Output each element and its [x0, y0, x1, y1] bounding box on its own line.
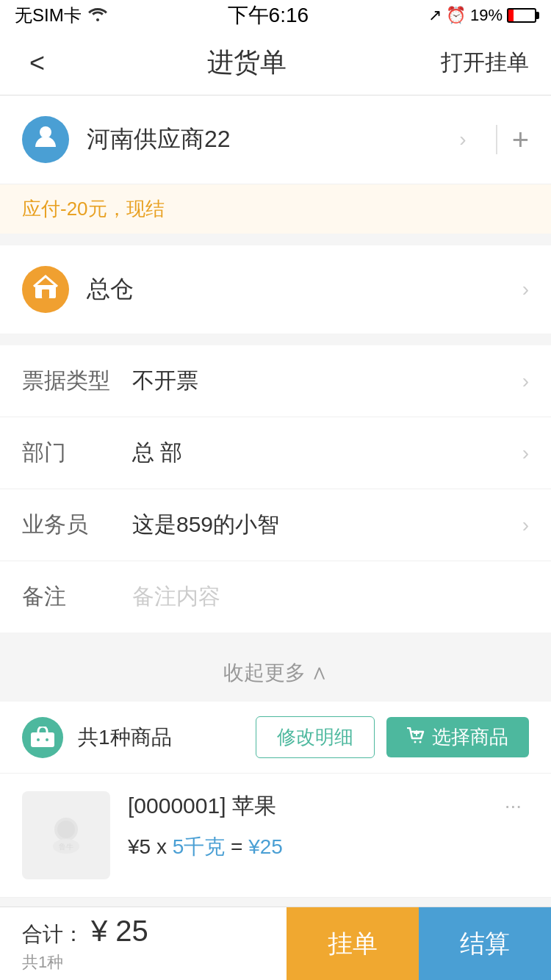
location-icon: ↗ — [428, 6, 442, 25]
dept-chevron-icon: › — [522, 442, 529, 465]
warehouse-icon-wrap — [22, 266, 69, 313]
remark-input[interactable]: 备注内容 — [118, 582, 529, 612]
dept-value: 总 部 — [118, 438, 522, 468]
warehouse-card[interactable]: 总仓 › — [0, 245, 551, 334]
invoice-label: 票据类型 — [22, 366, 118, 396]
product-count-icon — [22, 717, 63, 758]
svg-point-5 — [46, 738, 48, 741]
back-button[interactable]: < — [22, 40, 52, 86]
product-card: 共1种商品 修改明细 选择商品 鲁牛 [0000001] — [0, 702, 551, 898]
dept-row[interactable]: 部门 总 部 › — [0, 417, 551, 489]
select-product-label: 选择商品 — [432, 724, 508, 750]
svg-point-9 — [57, 821, 75, 838]
add-supplier-button[interactable]: + — [512, 123, 529, 156]
product-item: 鲁牛 [0000001] 苹果 ¥5 x 5千克 = ¥25 ··· — [0, 774, 551, 898]
svg-rect-2 — [42, 289, 49, 298]
price-separator: x — [156, 835, 173, 858]
notice-bar: 应付-20元，现结 — [0, 184, 551, 234]
product-info: [0000001] 苹果 ¥5 x 5千克 = ¥25 — [128, 791, 497, 861]
product-price: ¥5 x 5千克 = ¥25 — [128, 833, 497, 861]
open-hang-button[interactable]: 打开挂单 — [441, 48, 529, 78]
battery-percent: 19% — [470, 6, 503, 25]
invoice-value: 不开票 — [118, 366, 522, 396]
invoice-row[interactable]: 票据类型 不开票 › — [0, 345, 551, 417]
svg-rect-3 — [31, 732, 54, 747]
carrier-text: 无SIM卡 — [15, 4, 82, 27]
supplier-card: 河南供应商22 › + 应付-20元，现结 — [0, 96, 551, 234]
sales-row[interactable]: 业务员 这是859的小智 › — [0, 489, 551, 561]
product-thumbnail: 鲁牛 — [22, 791, 110, 879]
hang-button[interactable]: 挂单 — [287, 907, 419, 980]
status-carrier: 无SIM卡 — [15, 4, 108, 27]
battery-icon — [507, 8, 536, 23]
supplier-chevron-icon: › — [459, 128, 466, 151]
product-count-label: 共1种商品 — [78, 724, 256, 752]
warehouse-chevron-icon: › — [522, 278, 529, 301]
product-code: [0000001] — [128, 793, 226, 818]
total-row: 合计： ¥ 25 — [22, 915, 264, 948]
total-amount: ¥ 25 — [91, 915, 148, 948]
warehouse-row[interactable]: 总仓 › — [0, 245, 551, 334]
warehouse-name: 总仓 — [87, 273, 522, 306]
cart-icon — [407, 726, 426, 749]
person-icon — [32, 123, 59, 156]
checkout-button[interactable]: 结算 — [419, 907, 551, 980]
divider — [496, 125, 497, 154]
collapse-button[interactable]: 收起更多 ∧ — [0, 644, 551, 702]
total-label: 合计： — [22, 920, 84, 948]
page-title: 进货单 — [207, 45, 287, 81]
sales-chevron-icon: › — [522, 514, 529, 537]
quantity-value: 5千克 — [173, 835, 226, 858]
svg-point-6 — [414, 741, 417, 743]
price-value: ¥5 — [128, 835, 151, 858]
avatar — [22, 116, 69, 163]
product-title: 苹果 — [232, 793, 276, 818]
total-sub: 共1种 — [22, 951, 264, 973]
edit-detail-button[interactable]: 修改明细 — [256, 716, 375, 758]
remark-label: 备注 — [22, 582, 118, 612]
supplier-row[interactable]: 河南供应商22 › + — [0, 96, 551, 184]
svg-point-4 — [37, 738, 40, 741]
equals-sign: = — [231, 835, 248, 858]
sales-label: 业务员 — [22, 510, 118, 540]
sales-value: 这是859的小智 — [118, 510, 522, 540]
status-time: 下午6:16 — [228, 1, 309, 29]
status-bar: 无SIM卡 下午6:16 ↗ ⏰ 19% — [0, 0, 551, 31]
svg-text:鲁牛: 鲁牛 — [59, 843, 73, 851]
remark-row[interactable]: 备注 备注内容 — [0, 561, 551, 633]
bottom-bar: 合计： ¥ 25 共1种 挂单 结算 — [0, 907, 551, 980]
wifi-icon — [87, 5, 108, 26]
invoice-chevron-icon: › — [522, 370, 529, 393]
nav-bar: < 进货单 打开挂单 — [0, 31, 551, 96]
product-more-button[interactable]: ··· — [497, 791, 529, 821]
svg-point-7 — [419, 741, 422, 743]
main-content: 河南供应商22 › + 应付-20元，现结 总仓 › 票据类型 不开票 › 部门… — [0, 96, 551, 980]
warehouse-icon — [32, 273, 59, 306]
form-card: 票据类型 不开票 › 部门 总 部 › 业务员 这是859的小智 › 备注 备注… — [0, 345, 551, 633]
status-indicators: ↗ ⏰ 19% — [428, 6, 536, 25]
dept-label: 部门 — [22, 438, 118, 468]
product-header: 共1种商品 修改明细 选择商品 — [0, 702, 551, 774]
product-name: [0000001] 苹果 — [128, 791, 497, 821]
supplier-name: 河南供应商22 — [87, 123, 459, 156]
total-value: ¥25 — [248, 835, 283, 858]
total-section: 合计： ¥ 25 共1种 — [0, 907, 287, 980]
select-product-button[interactable]: 选择商品 — [386, 717, 529, 757]
alarm-icon: ⏰ — [446, 6, 466, 25]
svg-point-0 — [40, 126, 51, 138]
